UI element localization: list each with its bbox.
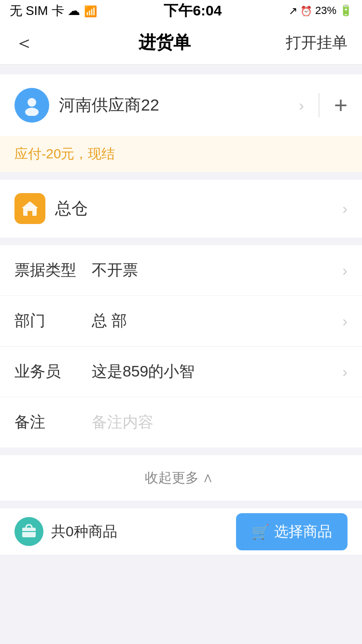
warehouse-chevron-icon: › [342,200,348,218]
form-label-invoice: 票据类型 [14,260,82,281]
status-bar: 无 SIM 卡 ☁ 下午6:04 23% 🔋 [0,0,362,21]
form-row-department[interactable]: 部门 总 部 › [0,296,362,347]
select-product-button[interactable]: 🛒 选择商品 [236,513,348,550]
supplier-add-button[interactable]: + [334,94,348,117]
nav-bar: ＜ 进货单 打开挂单 [0,21,362,65]
product-icon-bg [14,517,43,546]
warehouse-icon [21,199,39,218]
supplier-row[interactable]: 河南供应商22 › + [0,74,362,136]
form-row-salesperson[interactable]: 业务员 这是859的小智 › [0,347,362,397]
form-value-department: 总 部 [82,310,342,332]
alert-banner: 应付-20元，现结 [0,136,362,172]
department-chevron-icon: › [342,312,348,330]
warehouse-section: 总仓 › [0,180,362,238]
svg-rect-5 [22,528,36,537]
alarm-icon [300,4,312,17]
page-title: 进货单 [139,31,191,55]
open-pending-button[interactable]: 打开挂单 [286,32,348,54]
sim-label: 无 SIM 卡 ☁ [10,2,80,19]
battery-icon: 🔋 [339,4,352,17]
supplier-avatar [14,88,49,123]
status-left: 无 SIM 卡 ☁ [10,2,97,19]
section-divider-1 [0,65,362,74]
page-background [0,555,362,644]
supplier-divider [319,93,320,117]
svg-marker-3 [22,201,38,208]
status-right: 23% 🔋 [289,4,352,17]
warehouse-row[interactable]: 总仓 › [0,180,362,238]
svg-point-1 [25,108,39,116]
product-icon [20,523,38,540]
form-section: 票据类型 不开票 › 部门 总 部 › 业务员 这是859的小智 › 备注 备注… [0,245,362,448]
back-button[interactable]: ＜ [14,29,43,56]
product-count-label: 共0种商品 [51,522,236,542]
salesperson-chevron-icon: › [342,363,348,381]
form-label-department: 部门 [14,310,82,332]
warehouse-icon-bg [14,193,45,224]
form-row-remark[interactable]: 备注 备注内容 [0,397,362,448]
svg-point-0 [28,98,36,107]
form-value-remark[interactable]: 备注内容 [82,412,348,433]
form-row-invoice[interactable]: 票据类型 不开票 › [0,245,362,296]
collapse-label: 收起更多 ∧ [145,469,214,487]
select-product-icon: 🛒 [251,523,269,540]
supplier-chevron-icon: › [299,97,304,114]
supplier-section: 河南供应商22 › + 应付-20元，现结 [0,74,362,172]
supplier-name: 河南供应商22 [59,94,299,116]
bottom-bar: 共0种商品 🛒 选择商品 [0,508,362,555]
invoice-chevron-icon: › [342,262,348,280]
collapse-button[interactable]: 收起更多 ∧ [0,455,362,501]
wifi-icon [84,3,97,18]
svg-rect-4 [28,211,32,216]
form-value-salesperson: 这是859的小智 [82,361,342,382]
form-value-invoice: 不开票 [82,260,342,281]
battery-label: 23% [315,4,336,17]
location-icon [289,4,297,17]
person-icon [21,95,42,116]
warehouse-name: 总仓 [55,197,342,220]
select-product-label: 选择商品 [274,522,332,542]
form-label-salesperson: 业务员 [14,361,82,382]
form-label-remark: 备注 [14,412,82,433]
status-time: 下午6:04 [164,1,222,21]
